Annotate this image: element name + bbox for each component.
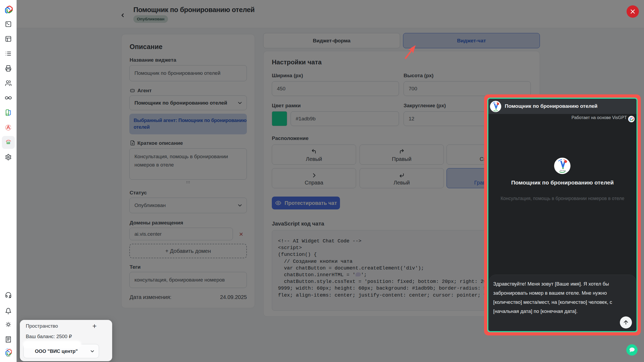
svg-text:VisGPT: VisGPT	[6, 356, 10, 357]
svg-text:VIS.center: VIS.center	[560, 170, 566, 171]
